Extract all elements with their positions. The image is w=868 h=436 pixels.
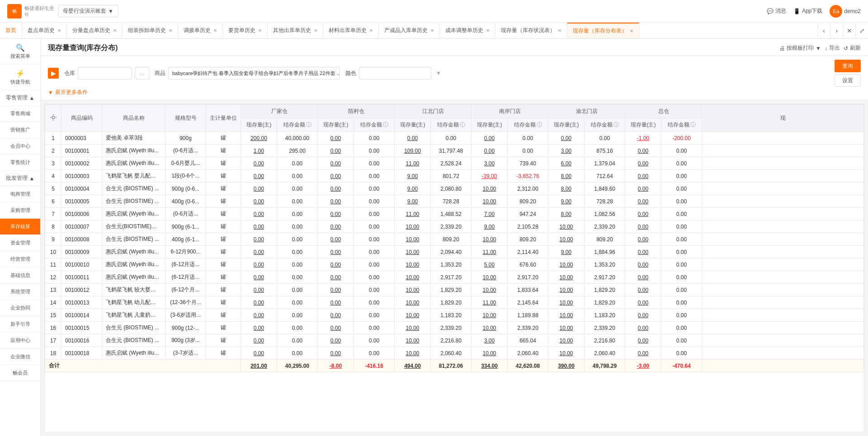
table-cell[interactable]: 10.00 — [395, 296, 431, 309]
table-cell[interactable]: 0.00 — [241, 220, 277, 233]
close-icon[interactable]: ✕ — [558, 28, 561, 33]
table-cell[interactable]: 0.00 — [318, 183, 354, 195]
table-cell[interactable]: 6.00 — [548, 157, 585, 170]
table-cell[interactable]: 0.00 — [625, 157, 661, 170]
table-cell[interactable]: 0.00 — [318, 170, 354, 183]
tab-assembly[interactable]: 组装拆卸单历史 ✕ — [123, 23, 178, 39]
nav-expand-btn[interactable]: ⤢ — [855, 23, 868, 39]
summary-jb-qty[interactable]: 494.00 — [395, 360, 431, 372]
table-cell[interactable]: 0.00 — [318, 246, 354, 258]
table-cell[interactable]: 0.00 — [241, 296, 277, 309]
table-cell[interactable]: 11.00 — [395, 157, 431, 170]
tab-inventory-check[interactable]: 盘点单历史 ✕ — [22, 23, 67, 39]
table-cell[interactable]: 0.00 — [318, 132, 354, 145]
table-cell[interactable]: 10.00 — [395, 284, 431, 296]
tab-product-in[interactable]: 产成品入库单历史 ✕ — [379, 23, 440, 39]
table-cell[interactable]: 0.00 — [241, 334, 277, 347]
table-cell[interactable]: 10.00 — [548, 296, 585, 309]
table-cell[interactable]: 0.00 — [318, 208, 354, 220]
close-icon[interactable]: ✕ — [630, 28, 633, 33]
table-cell[interactable]: 10.00 — [472, 347, 508, 360]
sidebar-item-basic-info[interactable]: 基础信息 — [0, 267, 40, 284]
refresh-btn[interactable]: ↺ 刷新 — [844, 44, 861, 52]
table-cell[interactable]: 10.00 — [395, 347, 431, 360]
sidebar-item-vip[interactable]: 畅会员 — [0, 365, 40, 381]
table-cell[interactable]: 10.00 — [548, 322, 585, 334]
table-cell[interactable]: 10.00 — [395, 258, 431, 271]
table-cell[interactable]: 0.00 — [625, 233, 661, 246]
table-cell[interactable]: 10.00 — [395, 233, 431, 246]
sidebar-item-purchase[interactable]: 采购管理 — [0, 202, 40, 219]
table-cell[interactable]: 0.00 — [318, 258, 354, 271]
tab-cost-adjust[interactable]: 成本调整单历史 ✕ — [440, 23, 495, 39]
sidebar-item-ecommerce[interactable]: 电商管理 — [0, 186, 40, 202]
summary-mc-qty[interactable]: -8.00 — [318, 360, 354, 372]
sidebar-item-nav[interactable]: ⚡ 快捷导航 — [0, 65, 40, 90]
table-cell[interactable]: 0.00 — [318, 347, 354, 360]
table-cell[interactable]: 8.00 — [548, 170, 585, 183]
sidebar-item-retail-mgmt[interactable]: 零售管理 ▲ — [0, 90, 40, 106]
table-cell[interactable]: 0.00 — [625, 195, 661, 208]
tab-portion-check[interactable]: 分量盘点单历史 ✕ — [67, 23, 123, 39]
table-cell[interactable]: 0.00 — [241, 309, 277, 322]
sidebar-item-guide[interactable]: 新手引导 — [0, 316, 40, 333]
table-cell[interactable]: 10.00 — [472, 284, 508, 296]
table-cell[interactable]: 0.00 — [241, 284, 277, 296]
table-cell[interactable]: 9.00 — [548, 195, 585, 208]
table-cell[interactable]: 0.00 — [318, 296, 354, 309]
table-cell[interactable]: 10.00 — [472, 183, 508, 195]
table-cell[interactable]: 8.00 — [548, 183, 585, 195]
warehouse-input[interactable] — [78, 67, 132, 80]
table-cell[interactable]: 0.00 — [625, 322, 661, 334]
print-btn[interactable]: 🖨 按模板打印 ▼ — [779, 44, 821, 52]
table-cell[interactable]: 9.00 — [395, 183, 431, 195]
table-cell[interactable]: 10.00 — [548, 309, 585, 322]
table-cell[interactable]: 0.00 — [625, 309, 661, 322]
export-btn[interactable]: ↓ 导出 — [825, 44, 840, 52]
table-cell[interactable]: 7.00 — [472, 208, 508, 220]
close-icon[interactable]: ✕ — [169, 28, 172, 33]
table-cell[interactable]: 5.00 — [472, 258, 508, 271]
table-cell[interactable]: 9.00 — [395, 195, 431, 208]
table-cell[interactable]: 0.00 — [241, 322, 277, 334]
settings-btn[interactable]: 设置 — [835, 74, 861, 87]
tab-home[interactable]: 首页 — [0, 23, 22, 39]
sidebar-item-app-center[interactable]: 应用中心 — [0, 333, 40, 349]
table-cell[interactable]: 109.00 — [395, 145, 431, 157]
table-cell[interactable]: 0.00 — [241, 271, 277, 284]
table-cell[interactable]: 0.00 — [548, 132, 585, 145]
table-cell[interactable]: 0.00 — [318, 284, 354, 296]
warehouse-dots-btn[interactable]: ... — [135, 67, 149, 80]
table-cell[interactable]: 10.00 — [548, 347, 585, 360]
sidebar-item-marketing[interactable]: 营销推广 — [0, 122, 40, 138]
table-cell[interactable]: 10.00 — [472, 322, 508, 334]
tab-requisition[interactable]: 要货单历史 ✕ — [223, 23, 268, 39]
table-cell[interactable]: 0.00 — [625, 220, 661, 233]
industry-selector[interactable]: 母婴行业演示账套 ▼ — [58, 5, 118, 17]
table-cell[interactable]: 11.00 — [472, 246, 508, 258]
summary-yb-qty[interactable]: 390.00 — [548, 360, 585, 372]
tab-transfer[interactable]: 调拨单历史 ✕ — [178, 23, 223, 39]
table-cell[interactable]: 10.00 — [548, 284, 585, 296]
message-btn[interactable]: 💬 消息 — [767, 7, 786, 15]
table-cell[interactable]: 10.00 — [548, 220, 585, 233]
table-cell[interactable]: 0.00 — [318, 334, 354, 347]
tab-material-out[interactable]: 材料出库单历史 ✕ — [323, 23, 379, 39]
color-input[interactable] — [359, 67, 431, 80]
nav-prev-btn[interactable]: ‹ — [817, 23, 830, 39]
table-cell[interactable]: 10.00 — [395, 220, 431, 233]
product-input[interactable]: babycare孕妇待产包 春季入院全套母子组合孕妇产后冬季月子用品 22件套 … — [168, 67, 340, 80]
close-icon[interactable]: ✕ — [258, 28, 262, 33]
filter-more-btn[interactable]: ▼ 展开更多条件 — [48, 89, 861, 96]
table-cell[interactable]: 0.00 — [241, 157, 277, 170]
summary-na-qty[interactable]: 334.00 — [472, 360, 508, 372]
tab-other-out[interactable]: 其他出库单历史 ✕ — [268, 23, 323, 39]
table-cell[interactable]: 10.00 — [395, 271, 431, 284]
table-cell[interactable]: 0.00 — [318, 145, 354, 157]
nav-close-all-btn[interactable]: ✕ — [843, 23, 855, 39]
table-cell[interactable]: 3.00 — [472, 157, 508, 170]
table-cell[interactable]: 0.00 — [625, 334, 661, 347]
table-cell[interactable]: 8.00 — [548, 208, 585, 220]
table-cell[interactable]: 0.00 — [241, 195, 277, 208]
table-cell[interactable]: 0.00 — [625, 271, 661, 284]
